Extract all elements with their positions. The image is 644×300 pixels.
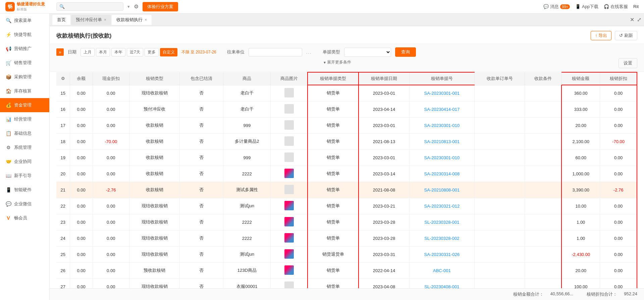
industry-btn[interactable]: 体验行业方案 (143, 2, 178, 11)
sidebar-label-search: 搜索菜单 (14, 17, 32, 24)
refresh-icon: ↺ (619, 33, 623, 38)
query-btn[interactable]: 查询 (395, 47, 416, 57)
sidebar-item-purchase[interactable]: 📦 采购管理 (0, 70, 49, 84)
top-bar: 畅 畅捷通谱好生意 标准版 🔍 ▾ ⚙ 体验行业方案 💬 消息 99+ 📱 Ap… (0, 0, 644, 13)
online-service-btn[interactable]: 🎧 在线客服 (604, 4, 628, 10)
voucher-no-link[interactable]: SA-20210808-001 (424, 187, 460, 192)
cell-voucher-no[interactable]: SA-20230314-008 (409, 166, 474, 182)
tab-writeoff-close[interactable]: × (145, 17, 147, 22)
sidebar-item-inventory[interactable]: 🏠 库存核算 (0, 84, 49, 98)
sidebar-item-search[interactable]: 🔍 搜索菜单 (0, 13, 49, 28)
table-row: 18 0.00 -70.00 收款核销 否 多计量商品2 销货单 2021-08… (56, 133, 637, 149)
cell-goods: 2222 (223, 230, 271, 246)
sidebar-label-system: 系统管理 (14, 144, 32, 151)
voucher-no-link[interactable]: SL-20230328-002 (424, 236, 459, 241)
tab-writeoff[interactable]: 收款核销执行 × (112, 15, 152, 25)
filter-partner-input[interactable] (249, 48, 302, 56)
refresh-btn[interactable]: ↺ 刷新 (615, 31, 637, 40)
sidebar-item-member[interactable]: V 畅会员 (0, 211, 49, 225)
top-search-box[interactable]: 🔍 (56, 2, 123, 11)
voucher-no-link[interactable]: SL-20230328-001 (424, 220, 459, 225)
expand-more-conditions[interactable]: ▾ 展开更多条件 (56, 58, 619, 67)
cell-writeoff-amt: 360.00 (561, 85, 600, 101)
voucher-no-link[interactable]: SA-20230331-026 (424, 252, 460, 257)
chevron-down-icon[interactable]: ▾ (127, 4, 130, 9)
voucher-no-link[interactable]: SA-20210813-001 (424, 139, 460, 144)
sidebar-item-basic[interactable]: 📋 基础信息 (0, 126, 49, 140)
voucher-no-link[interactable]: ABC-001 (433, 268, 451, 273)
cell-voucher-no[interactable]: SL-20230328-001 (409, 214, 474, 230)
sidebar-item-operations[interactable]: 📊 经营管理 (0, 112, 49, 126)
sidebar-item-finance[interactable]: 💰 资金管理 (0, 98, 49, 112)
operations-icon: 📊 (5, 116, 11, 122)
cell-writeoff-type: 预收款核销 (129, 262, 179, 278)
voucher-no-link[interactable]: SA-20230314-008 (424, 171, 460, 176)
filter-this-month-btn[interactable]: 本月 (96, 48, 110, 56)
tab-prepay[interactable]: 预付冲应付单 × (71, 15, 111, 25)
cell-num: 16 (56, 101, 70, 117)
tab-close-all-btn[interactable]: ✕ (630, 16, 634, 23)
voucher-no-link[interactable]: SL-20230408-001 (424, 284, 459, 289)
main-content: 首页 预付冲应付单 × 收款核销执行 × ✕ ⤢ 收款核销执行(按收款) ↑ (50, 13, 644, 300)
filter-7days-btn[interactable]: 近7天 (127, 48, 143, 56)
message-btn[interactable]: 💬 消息 99+ (543, 4, 570, 10)
cell-voucher-no[interactable]: SA-20210808-001 (409, 182, 474, 198)
tab-prepay-close[interactable]: × (104, 17, 106, 22)
cell-voucher-no[interactable]: SA-20210813-001 (409, 133, 474, 149)
cell-voucher-no[interactable]: SA-20230301-010 (409, 149, 474, 166)
username-area[interactable]: Rit (633, 4, 639, 9)
table-row: 20 0.00 0.00 收款核销 否 2222 销货单 2023-03-14 … (56, 166, 637, 182)
cell-goods: 老白干 (223, 85, 271, 101)
filter-voucher-type-select[interactable] (344, 48, 391, 57)
filter-custom-btn[interactable]: 自定义 (160, 48, 177, 56)
sidebar-item-enterprise[interactable]: 🤝 企业协同 (0, 155, 49, 169)
voucher-no-link[interactable]: SA-20230301-010 (424, 123, 460, 128)
cell-voucher-no[interactable]: SA-20230301-010 (409, 117, 474, 133)
cell-num: 19 (56, 149, 70, 166)
cell-voucher-no[interactable]: SL-20230408-001 (409, 278, 474, 288)
cell-writeoff-type: 收款核销 (129, 182, 179, 198)
cell-balance: 0.00 (70, 182, 93, 198)
cell-settled: 否 (180, 101, 223, 117)
cell-order-id (474, 182, 525, 198)
cell-voucher-no[interactable]: SL-20230328-002 (409, 230, 474, 246)
filter-more-btn[interactable]: 更多 (145, 48, 159, 56)
headset-icon: 🎧 (604, 4, 609, 9)
filter-expand-btn[interactable]: » (56, 48, 64, 56)
settings-btn[interactable]: 设置 (619, 58, 637, 68)
cell-pay-terms (525, 117, 561, 133)
tab-expand-btn[interactable]: ⤢ (637, 16, 641, 23)
voucher-no-link[interactable]: SA-20230301-001 (424, 91, 460, 96)
cell-voucher-no[interactable]: SA-20230331-026 (409, 246, 474, 262)
sidebar-item-hardware[interactable]: 📱 智能硬件 (0, 183, 49, 197)
sidebar-label-enterprise: 企业协同 (14, 159, 32, 165)
cell-voucher-no[interactable]: SA-20230301-001 (409, 85, 474, 101)
marketing-icon: 📢 (5, 46, 11, 52)
sidebar-label-basic: 基础信息 (14, 130, 32, 136)
voucher-no-link[interactable]: SA-20230414-017 (424, 107, 460, 112)
sidebar-item-system[interactable]: ⚙ 系统管理 (0, 140, 49, 155)
sidebar-item-sales[interactable]: 🛒 销售管理 (0, 56, 49, 70)
filter-this-year-btn[interactable]: 本年 (111, 48, 125, 56)
cell-voucher-no[interactable]: SA-20230321-012 (409, 198, 474, 214)
cell-voucher-date: 2023-04-08 (359, 278, 409, 288)
cell-pay-terms (525, 278, 561, 288)
filter-last-month-btn[interactable]: 上月 (80, 48, 95, 56)
cell-pay-terms (525, 198, 561, 214)
sidebar-item-guide[interactable]: 📖 新手引导 (0, 169, 49, 183)
gear-icon[interactable]: ⚙ (134, 3, 139, 10)
sidebar-item-quick[interactable]: ⚡ 快捷导航 (0, 28, 49, 42)
sidebar-item-wechat[interactable]: 💬 企业微信 (0, 197, 49, 211)
app-download-btn[interactable]: 📱 App下载 (575, 4, 598, 10)
export-btn[interactable]: ↑ 导出 (591, 31, 611, 40)
sales-icon: 🛒 (5, 60, 11, 66)
cell-voucher-no[interactable]: SA-20230414-017 (409, 101, 474, 117)
voucher-no-link[interactable]: SA-20230321-012 (424, 204, 460, 209)
system-icon: ⚙ (5, 144, 11, 151)
voucher-no-link[interactable]: SA-20230301-010 (424, 155, 460, 160)
sidebar-item-marketing[interactable]: 📢 营销推广 (0, 42, 49, 56)
cell-order-id (474, 149, 525, 166)
col-pay-terms: 收款条件 (525, 72, 561, 85)
cell-voucher-no[interactable]: ABC-001 (409, 262, 474, 278)
tab-home[interactable]: 首页 (52, 15, 70, 25)
